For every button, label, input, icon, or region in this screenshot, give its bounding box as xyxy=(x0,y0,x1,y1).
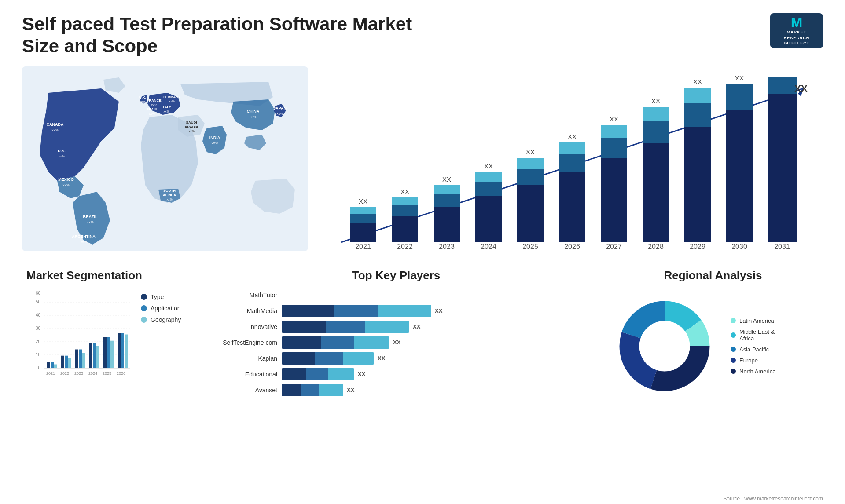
svg-rect-75 xyxy=(684,127,711,242)
bottom-grid: Market Segmentation 0 10 20 30 40 50 60 xyxy=(22,264,823,408)
svg-text:2025: 2025 xyxy=(522,243,538,250)
svg-text:FRANCE: FRANCE xyxy=(147,99,162,102)
svg-rect-77 xyxy=(684,88,711,103)
svg-rect-62 xyxy=(559,142,585,154)
svg-text:2030: 2030 xyxy=(731,243,747,250)
segmentation-title: Market Segmentation xyxy=(26,269,185,282)
svg-text:2031: 2031 xyxy=(774,243,790,250)
svg-text:0: 0 xyxy=(38,365,40,370)
svg-text:CANADA: CANADA xyxy=(47,122,64,127)
svg-rect-56 xyxy=(517,169,544,185)
segmentation-legend: Type Application Geography xyxy=(141,293,181,323)
svg-rect-47 xyxy=(434,185,460,194)
svg-rect-123 xyxy=(118,333,121,368)
svg-rect-112 xyxy=(65,355,68,368)
bar-seg1 xyxy=(282,336,321,349)
player-bars: XX xyxy=(282,336,400,349)
player-avanset: Avanset XX xyxy=(207,384,585,396)
svg-rect-42 xyxy=(392,197,418,205)
svg-rect-66 xyxy=(601,138,627,158)
bar-chart-section: 2021 XX 2022 XX 2023 XX 2024 XX xyxy=(317,66,823,256)
svg-rect-84 xyxy=(768,94,797,242)
svg-rect-109 xyxy=(51,362,54,368)
players-list: MathTutor MathMedia XX xyxy=(207,289,585,396)
svg-rect-81 xyxy=(726,84,753,110)
player-bar-visual xyxy=(282,321,409,333)
svg-rect-124 xyxy=(121,333,124,368)
svg-text:XX: XX xyxy=(526,148,535,156)
svg-text:AFRICA: AFRICA xyxy=(163,193,176,197)
legend-middle-east: Middle East &Africa xyxy=(731,329,775,342)
bar-seg1 xyxy=(282,368,306,380)
bar-seg2 xyxy=(306,368,328,380)
bar-seg2 xyxy=(321,336,354,349)
player-mathmedia: MathMedia XX xyxy=(207,305,585,317)
bar-seg1 xyxy=(282,321,326,333)
geography-dot xyxy=(141,317,147,323)
map-section: CANADA xx% U.S. xx% MEXICO xx% BRAZIL xx… xyxy=(22,66,308,256)
svg-text:2024: 2024 xyxy=(88,371,97,376)
player-bars: XX xyxy=(282,321,420,333)
legend-type: Type xyxy=(141,293,181,300)
svg-text:XX: XX xyxy=(735,75,744,82)
svg-text:xx%: xx% xyxy=(149,112,154,115)
svg-rect-61 xyxy=(559,154,585,172)
europe-label: Europe xyxy=(739,357,758,364)
legend-asia-pacific: Asia Pacific xyxy=(731,346,775,353)
svg-rect-122 xyxy=(110,340,114,368)
svg-rect-37 xyxy=(350,207,376,214)
svg-rect-113 xyxy=(68,358,71,368)
svg-text:2023: 2023 xyxy=(74,371,83,376)
svg-text:2021: 2021 xyxy=(355,243,371,250)
svg-rect-41 xyxy=(392,205,418,216)
svg-text:XX: XX xyxy=(400,188,409,195)
svg-text:XX: XX xyxy=(794,83,808,94)
svg-rect-85 xyxy=(768,77,797,94)
world-map: CANADA xx% U.S. xx% MEXICO xx% BRAZIL xx… xyxy=(22,66,308,251)
logo-area: M MARKETRESEARCHINTELLECT xyxy=(770,13,823,48)
player-bars: XX xyxy=(282,384,354,396)
segmentation-section: Market Segmentation 0 10 20 30 40 50 60 xyxy=(22,264,189,408)
bar-seg1 xyxy=(282,352,315,365)
svg-text:xx%: xx% xyxy=(87,220,93,224)
svg-rect-57 xyxy=(517,158,544,169)
bar-seg3 xyxy=(378,305,431,317)
svg-rect-36 xyxy=(350,214,376,223)
key-players-section: Top Key Players MathTutor MathMedia xyxy=(202,264,590,408)
svg-rect-120 xyxy=(103,337,107,368)
svg-text:2027: 2027 xyxy=(606,243,622,250)
player-value: XX xyxy=(358,371,365,377)
legend-geography: Geography xyxy=(141,316,181,323)
middle-east-dot xyxy=(731,332,736,338)
svg-text:2024: 2024 xyxy=(481,243,496,250)
svg-text:2029: 2029 xyxy=(690,243,705,250)
middle-east-label: Middle East &Africa xyxy=(739,329,775,342)
asia-pacific-label: Asia Pacific xyxy=(739,346,769,353)
svg-text:ARABIA: ARABIA xyxy=(184,125,198,129)
svg-text:xx%: xx% xyxy=(151,103,157,106)
svg-rect-45 xyxy=(434,207,460,242)
player-bar-visual xyxy=(282,336,389,349)
svg-text:BRAZIL: BRAZIL xyxy=(83,215,98,219)
svg-rect-121 xyxy=(107,337,110,368)
source-text: Source : www.marketresearchintellect.com xyxy=(723,496,823,502)
svg-rect-119 xyxy=(96,346,99,368)
svg-rect-51 xyxy=(475,182,502,196)
svg-text:JAPAN: JAPAN xyxy=(273,106,287,110)
player-bar-visual xyxy=(282,352,374,365)
bar-seg3 xyxy=(319,384,343,396)
page-container: Self paced Test Preparation Software Mar… xyxy=(0,0,845,504)
svg-text:60: 60 xyxy=(36,291,41,296)
svg-text:U.S.: U.S. xyxy=(58,149,66,153)
player-value: XX xyxy=(435,307,442,314)
svg-text:xx%: xx% xyxy=(140,100,145,103)
type-dot xyxy=(141,294,147,300)
svg-rect-40 xyxy=(392,216,418,242)
player-bars xyxy=(282,289,283,301)
svg-rect-117 xyxy=(89,343,92,368)
bar-seg2 xyxy=(315,352,343,365)
player-bars: XX xyxy=(282,305,442,317)
regional-title: Regional Analysis xyxy=(607,269,819,282)
svg-rect-52 xyxy=(475,172,502,182)
svg-rect-65 xyxy=(601,158,627,242)
